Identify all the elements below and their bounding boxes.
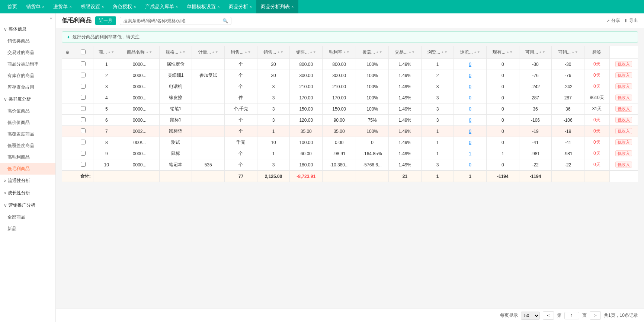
nav-item-商品分析[interactable]: 商品分析× [224, 0, 256, 13]
row-checkbox[interactable] [81, 151, 86, 156]
row-checkbox-cell[interactable] [73, 81, 93, 92]
row-current-stock: -19 [519, 126, 552, 137]
content-area: 低毛利商品 近一月 🔍 ↗ 分享 ⬆ 导出 ✦ 这部分商品的利润非常低，请关注 [56, 13, 644, 322]
row-checkbox[interactable] [81, 95, 86, 100]
row-browse1[interactable]: 0 [454, 115, 487, 126]
sidebar-item-库存资金占用[interactable]: 库存资金占用 [0, 82, 55, 93]
prev-page-button[interactable]: ＜ [543, 311, 554, 320]
nav-close-icon[interactable]: × [217, 4, 220, 9]
row-browse1[interactable]: 0 [454, 159, 487, 171]
row-checkbox-cell[interactable] [73, 103, 93, 115]
row-browse1[interactable]: 0 [454, 103, 487, 115]
export-label: 导出 [629, 17, 638, 24]
row-checkbox[interactable] [81, 162, 86, 167]
nav-close-icon[interactable]: × [102, 4, 104, 9]
row-code: 0000... [120, 81, 159, 92]
sidebar-item-全部商品[interactable]: 全部商品 [0, 211, 55, 223]
nav-close-icon[interactable]: × [69, 4, 71, 9]
row-checkbox-cell[interactable] [73, 126, 93, 137]
row-spec: 参加复试 [192, 70, 225, 81]
row-checkbox-cell[interactable] [73, 70, 93, 81]
row-current-stock: -242 [519, 81, 552, 92]
sidebar-item-高覆盖度商品[interactable]: 高覆盖度商品 [0, 128, 55, 140]
sidebar-group-类群度分析[interactable]: ∨类群度分析 [0, 93, 55, 105]
row-trade-count: 3 [421, 103, 454, 115]
total-empty-first [62, 170, 73, 182]
row-browse1[interactable]: 0 [454, 126, 487, 137]
row-checkbox-cell[interactable] [73, 137, 93, 148]
row-sale-qty: 3 [257, 92, 290, 103]
sidebar-item-有库存的商品[interactable]: 有库存的商品 [0, 70, 55, 82]
row-trade-count: 3 [421, 115, 454, 126]
sidebar-item-高价值商品[interactable]: 高价值商品 [0, 105, 55, 117]
sidebar-item-销售类商品[interactable]: 销售类商品 [0, 35, 55, 47]
row-name: 测试 [159, 137, 192, 148]
row-settings [62, 81, 73, 92]
row-browse1[interactable]: 0 [454, 81, 487, 92]
row-checkbox-cell[interactable] [73, 92, 93, 103]
row-checkbox-cell[interactable] [73, 115, 93, 126]
row-checkbox[interactable] [81, 106, 86, 111]
nav-item-单据模板设置[interactable]: 单据模板设置× [182, 0, 224, 13]
search-input[interactable] [123, 18, 222, 23]
row-browse1[interactable]: 0 [454, 59, 487, 70]
row-tag: 低收入 [609, 70, 638, 81]
row-browse1[interactable]: 0 [454, 70, 487, 81]
col-settings[interactable]: ⚙ [62, 46, 73, 59]
sidebar-item-低覆盖度商品[interactable]: 低覆盖度商品 [0, 140, 55, 152]
nav-item-产成品入库单[interactable]: 产成品入库单× [141, 0, 182, 13]
sidebar-collapse-btn[interactable]: « [0, 13, 55, 23]
sidebar-item-新品[interactable]: 新品 [0, 223, 55, 235]
sidebar-group-营销推广分析[interactable]: ∨营销推广分析 [0, 199, 55, 211]
sidebar-item-低毛利商品[interactable]: 低毛利商品 [0, 163, 55, 175]
sidebar-group-整体信息[interactable]: ∨整体信息 [0, 23, 55, 35]
sidebar-item-交易过的商品[interactable]: 交易过的商品 [0, 47, 55, 58]
next-page-button[interactable]: ＞ [590, 311, 601, 320]
nav-item-角色授权[interactable]: 角色授权× [108, 0, 140, 13]
sidebar-group-成长性分析[interactable]: >成长性分析 [0, 187, 55, 199]
nav-close-icon[interactable]: × [42, 4, 44, 9]
nav-close-icon[interactable]: × [250, 4, 252, 9]
row-checkbox[interactable] [81, 84, 86, 89]
search-icon[interactable]: 🔍 [222, 18, 228, 23]
share-button[interactable]: ↗ 分享 [606, 17, 620, 24]
row-checkbox[interactable] [81, 61, 86, 66]
export-button[interactable]: ⬆ 导出 [624, 17, 638, 24]
row-checkbox[interactable] [81, 73, 86, 77]
row-checkbox[interactable] [81, 128, 86, 133]
row-trade-count: 1 [421, 148, 454, 159]
row-current-stock: 287 [519, 92, 552, 103]
row-sale-amount: 210.00 [323, 81, 356, 92]
nav-close-icon[interactable]: × [134, 4, 136, 9]
row-cover-rate: 1.49% [389, 81, 422, 92]
row-checkbox[interactable] [81, 140, 86, 144]
sidebar-item-低价值商品[interactable]: 低价值商品 [0, 117, 55, 128]
nav-item-首页[interactable]: 首页 [3, 0, 22, 13]
nav-item-进货单[interactable]: 进货单× [49, 0, 76, 13]
row-browse1[interactable]: 0 [454, 92, 487, 103]
sidebar-item-商品分类助销率[interactable]: 商品分类助销率 [0, 58, 55, 70]
nav-close-icon[interactable]: × [176, 4, 178, 9]
row-checkbox-cell[interactable] [73, 159, 93, 171]
time-filter-button[interactable]: 近一月 [95, 16, 116, 25]
select-all-checkbox[interactable] [81, 50, 86, 54]
per-page-select[interactable]: 50 100 200 [521, 312, 540, 320]
nav-item-商品分析列表[interactable]: 商品分析列表× [256, 0, 298, 13]
row-checkbox[interactable] [81, 117, 86, 122]
table-row: 9 0000... 鼠标 个 1 60.00 -98.91 -164.85% 1… [62, 148, 638, 159]
row-browse1[interactable]: 1 [454, 148, 487, 159]
row-tag: 低收入 [609, 103, 638, 115]
page-input[interactable] [564, 312, 579, 319]
sidebar-group-流通性分析[interactable]: >流通性分析 [0, 175, 55, 187]
sidebar-item-高毛利商品[interactable]: 高毛利商品 [0, 152, 55, 163]
row-checkbox-cell[interactable] [73, 148, 93, 159]
row-trade-count: 1 [421, 126, 454, 137]
table-row: 1 0000... 属性定价 个 20 800.00 800.00 100% 1… [62, 59, 638, 70]
row-browse1[interactable]: 0 [454, 137, 487, 148]
row-unit: 件 [225, 92, 257, 103]
nav-close-icon[interactable]: × [291, 4, 294, 9]
nav-item-销货单[interactable]: 销货单× [22, 0, 49, 13]
nav-item-权限设置[interactable]: 权限设置× [76, 0, 108, 13]
row-checkbox-cell[interactable] [73, 59, 93, 70]
col-checkbox-all[interactable] [73, 46, 93, 59]
